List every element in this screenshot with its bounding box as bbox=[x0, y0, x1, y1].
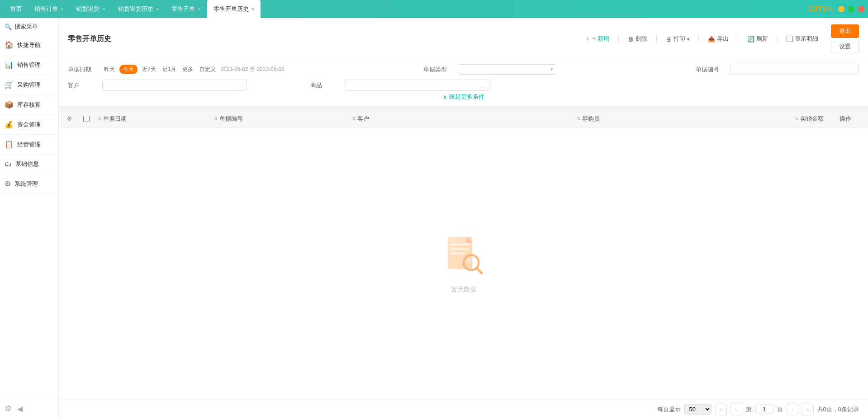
page-header: 零售开单历史 ＋ + 新增 🗑 删除 🖨 打印 ▾ bbox=[59, 18, 868, 58]
select-all-checkbox[interactable] bbox=[83, 116, 90, 122]
tab-sales-return[interactable]: 销货退货 × bbox=[70, 0, 111, 18]
client-filter-select[interactable]: ... bbox=[102, 80, 247, 91]
column-op: 操作 bbox=[827, 115, 863, 123]
first-page-button[interactable]: « bbox=[715, 404, 727, 415]
add-label: + 新增 bbox=[593, 35, 609, 43]
tab-retail-open-history[interactable]: 零售开单历史 × bbox=[207, 0, 261, 18]
delete-button[interactable]: 🗑 删除 bbox=[625, 33, 650, 45]
refresh-button[interactable]: 🔄 刷新 bbox=[745, 33, 771, 45]
sidebar-search[interactable]: 🔍 搜索采单 bbox=[0, 18, 58, 35]
column-number[interactable]: ⇅ 单据编号 bbox=[210, 115, 348, 123]
date-1month[interactable]: 近1月 bbox=[161, 65, 178, 74]
chart-icon: 📊 bbox=[5, 61, 14, 69]
date-yesterday[interactable]: 昨天 bbox=[102, 65, 117, 74]
money-icon: 💰 bbox=[5, 120, 14, 129]
goods-dots: ... bbox=[480, 82, 485, 89]
column-client[interactable]: ⇅ 客户 bbox=[348, 115, 574, 123]
tab-sales-return-close[interactable]: × bbox=[102, 6, 105, 12]
sidebar-item-quick-nav[interactable]: 🏠 快捷导航 bbox=[0, 35, 58, 55]
last-page-button[interactable]: » bbox=[802, 404, 814, 415]
top-bar: 首页 销售订单 × 销货退货 × 销货退货历史 × 零售开单 × 零售开单历史 … bbox=[0, 0, 868, 18]
table-header: ⚙ ⇅ 单据日期 ⇅ 单据编号 ⇅ 客户 ⇅ 导购员 bbox=[59, 110, 868, 127]
export-button[interactable]: 📤 导出 bbox=[705, 33, 731, 45]
number-filter-input[interactable] bbox=[730, 64, 859, 75]
content: 零售开单历史 ＋ + 新增 🗑 删除 🖨 打印 ▾ bbox=[59, 18, 868, 419]
per-page-select[interactable]: 50 100 200 bbox=[684, 404, 711, 414]
delete-icon: 🗑 bbox=[628, 36, 634, 42]
column-settings-icon[interactable]: ⚙ bbox=[63, 115, 80, 122]
sort-amount-icon: ⇅ bbox=[795, 116, 798, 121]
next-page-button[interactable]: › bbox=[787, 404, 798, 415]
column-guide[interactable]: ⇅ 导购员 bbox=[573, 115, 711, 123]
query-button[interactable]: 查询 bbox=[831, 24, 859, 38]
type-filter-label: 单据类型 bbox=[423, 66, 449, 74]
sidebar-item-sales[interactable]: 📊 销售管理 bbox=[0, 55, 58, 75]
sidebar-item-purchase[interactable]: 🛒 采购管理 bbox=[0, 75, 58, 95]
empty-state: 暂无数据 bbox=[59, 127, 868, 399]
clipboard-icon: 📋 bbox=[5, 140, 14, 149]
tab-retail-open-history-close[interactable]: × bbox=[251, 6, 254, 12]
tab-sales-order[interactable]: 销售订单 × bbox=[28, 0, 70, 18]
tab-retail-open-label: 零售开单 bbox=[171, 5, 195, 13]
column-amount[interactable]: ⇅ 实销金额 bbox=[711, 115, 827, 123]
win-min-btn[interactable] bbox=[838, 6, 844, 12]
sidebar-item-sales-label: 销售管理 bbox=[17, 61, 41, 69]
collapse-filter-button[interactable]: ∧ 收起更多条件 bbox=[68, 91, 859, 101]
refresh-icon: 🔄 bbox=[747, 36, 754, 42]
column-number-label: 单据编号 bbox=[219, 115, 243, 123]
home-icon: 🏠 bbox=[5, 41, 14, 49]
tab-sales-return-label: 销货退货 bbox=[76, 5, 100, 13]
last-page-icon: » bbox=[806, 406, 809, 413]
cart-icon: 🛒 bbox=[5, 80, 14, 89]
tab-sales-order-close[interactable]: × bbox=[61, 6, 63, 12]
date-7days[interactable]: 近7天 bbox=[140, 65, 158, 74]
settings-icon[interactable]: ⚙ bbox=[5, 404, 12, 414]
sidebar-item-basic[interactable]: 🗂 基础信息 bbox=[0, 155, 58, 174]
sidebar-item-operation[interactable]: 📋 经营管理 bbox=[0, 135, 58, 155]
empty-illustration bbox=[441, 233, 486, 278]
toolbar: ＋ + 新增 🗑 删除 🖨 打印 ▾ 📤 导出 bbox=[582, 24, 859, 53]
tab-sales-return-history[interactable]: 销货退货历史 × bbox=[112, 0, 165, 18]
tab-sales-order-label: 销售订单 bbox=[34, 5, 58, 13]
tab-sales-return-history-close[interactable]: × bbox=[156, 6, 159, 12]
column-checkbox[interactable] bbox=[80, 116, 94, 122]
folder-icon: 🗂 bbox=[5, 160, 12, 168]
page-input[interactable] bbox=[755, 405, 773, 414]
sidebar-item-finance[interactable]: 💰 资金管理 bbox=[0, 115, 58, 135]
tab-retail-open[interactable]: 零售开单 × bbox=[165, 0, 207, 18]
empty-text: 暂无数据 bbox=[451, 286, 476, 294]
column-date[interactable]: ⇅ 单据日期 bbox=[94, 115, 210, 123]
sidebar-item-inventory-label: 库存核算 bbox=[17, 101, 41, 109]
sidebar-item-inventory[interactable]: 📦 库存核算 bbox=[0, 95, 58, 115]
date-more[interactable]: 更多 bbox=[180, 65, 195, 74]
gear-icon: ⚙ bbox=[5, 179, 11, 188]
sort-number-icon: ⇅ bbox=[214, 116, 218, 121]
sidebar-item-system[interactable]: ⚙ 系统管理 bbox=[0, 174, 58, 194]
display-detail-checkbox[interactable] bbox=[787, 36, 793, 42]
svg-point-7 bbox=[467, 258, 470, 262]
tab-home[interactable]: 首页 bbox=[4, 0, 28, 18]
type-filter-select[interactable]: ▾ bbox=[458, 64, 557, 75]
page-label: 第 bbox=[746, 405, 752, 414]
display-detail-button[interactable]: 显示明细 bbox=[784, 33, 821, 45]
column-op-label: 操作 bbox=[840, 115, 851, 123]
prev-page-icon: ‹ bbox=[735, 406, 737, 413]
setting-button[interactable]: 设置 bbox=[831, 40, 859, 53]
date-filter-label: 单据日期 bbox=[68, 66, 93, 74]
sort-client-icon: ⇅ bbox=[352, 116, 356, 121]
tab-retail-open-close[interactable]: × bbox=[198, 6, 200, 12]
filter-row-2: 客户 ... 商品 ... bbox=[68, 80, 859, 91]
add-button[interactable]: ＋ + 新增 bbox=[582, 33, 612, 45]
divider-3 bbox=[698, 35, 699, 42]
date-custom[interactable]: 自定义 bbox=[198, 65, 218, 74]
goods-filter-select[interactable]: ... bbox=[345, 80, 489, 91]
pagination: 每页显示 50 100 200 « ‹ 第 页 › bbox=[59, 399, 868, 419]
table-area: ⚙ ⇅ 单据日期 ⇅ 单据编号 ⇅ 客户 ⇅ 导购员 bbox=[59, 110, 868, 419]
win-close-btn[interactable] bbox=[858, 6, 864, 12]
prev-page-button[interactable]: ‹ bbox=[730, 404, 742, 415]
collapse-sidebar-icon[interactable]: ◀ bbox=[17, 405, 23, 413]
win-max-btn[interactable] bbox=[848, 6, 854, 12]
print-button[interactable]: 🖨 打印 ▾ bbox=[663, 33, 692, 45]
divider-4 bbox=[738, 35, 738, 42]
date-today[interactable]: 今天 bbox=[119, 65, 138, 74]
